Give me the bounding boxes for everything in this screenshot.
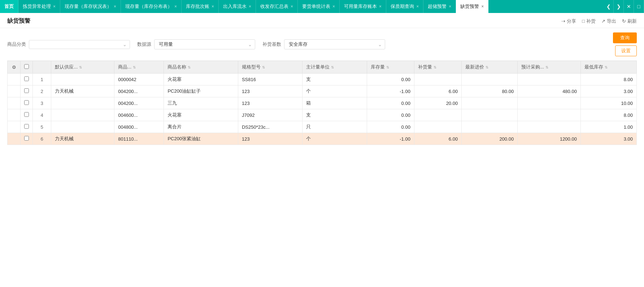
- tab-batch[interactable]: 库存批次账 ×: [182, 0, 219, 13]
- tab-stock1-close[interactable]: ×: [114, 4, 116, 9]
- row-unit: 个: [302, 85, 367, 97]
- th-min-stock-label: 最低库存: [584, 64, 603, 70]
- th-code[interactable]: 商品... ⇅: [114, 61, 164, 74]
- th-spec-label: 规格型号: [242, 64, 261, 70]
- tab-pick[interactable]: 拣货异常处理 ×: [18, 0, 60, 13]
- settings-button[interactable]: 设置: [615, 45, 637, 56]
- tab-batch-close[interactable]: ×: [212, 4, 214, 9]
- refresh-icon: ↻: [622, 18, 626, 24]
- page-title: 缺货预警: [7, 17, 30, 25]
- row-code: 0000042: [114, 74, 164, 85]
- restock-button[interactable]: □ 补货: [582, 18, 596, 25]
- row-min-stock: 10.00: [580, 97, 636, 109]
- tab-prev-button[interactable]: ❮: [604, 0, 614, 13]
- row-unit: 个: [302, 133, 367, 145]
- category-chevron-icon: ⌄: [123, 42, 127, 47]
- restock-base-select[interactable]: 安全库存 ⌄: [284, 39, 385, 49]
- tab-overstock[interactable]: 超储预警 ×: [423, 0, 456, 13]
- tab-expiry-close[interactable]: ×: [416, 4, 419, 9]
- row-unit: 支: [302, 109, 367, 121]
- th-latest-price[interactable]: 最新进价 ⇅: [462, 61, 518, 74]
- row-stock: -1.00: [367, 133, 414, 145]
- th-restock[interactable]: 补货量 ⇅: [414, 61, 461, 74]
- row-checkbox[interactable]: [24, 100, 29, 105]
- row-latest-price: [462, 121, 518, 133]
- tab-stock2[interactable]: 现存量（库存分布表） ×: [121, 0, 182, 13]
- row-spec: 123: [238, 97, 302, 109]
- row-checkbox[interactable]: [24, 124, 29, 129]
- tab-available-close[interactable]: ×: [379, 4, 382, 9]
- tab-available[interactable]: 可用量库存账本 ×: [340, 0, 386, 13]
- tab-expiry[interactable]: 保质期查询 ×: [386, 0, 423, 13]
- restock-base-chevron-icon: ⌄: [378, 42, 382, 47]
- row-restock: 6.00: [414, 133, 461, 145]
- th-checkbox[interactable]: [21, 61, 33, 74]
- row-unit: 支: [302, 74, 367, 85]
- tab-overstock-close[interactable]: ×: [449, 4, 451, 9]
- query-button[interactable]: 查询: [613, 32, 637, 43]
- row-latest-price: [462, 74, 518, 85]
- row-checkbox-cell[interactable]: [21, 97, 33, 109]
- tab-home[interactable]: 首页: [0, 0, 18, 13]
- tab-expiry-label: 保质期查询: [391, 3, 414, 10]
- row-checkbox-cell[interactable]: [21, 109, 33, 121]
- row-checkbox[interactable]: [24, 88, 29, 93]
- restock-sort-icon: ⇅: [434, 65, 436, 69]
- row-min-stock: 3.00: [580, 85, 636, 97]
- restock-base-filter-group: 补货基数 安全库存 ⌄: [262, 39, 385, 49]
- th-spec[interactable]: 规格型号 ⇅: [238, 61, 302, 74]
- row-checkbox-cell[interactable]: [21, 74, 33, 85]
- th-est-purchase[interactable]: 预计采购... ⇅: [518, 61, 581, 74]
- tab-shortage[interactable]: 缺货预警 ×: [456, 0, 488, 13]
- row-checkbox[interactable]: [24, 136, 29, 141]
- tab-restore-button[interactable]: □: [634, 0, 644, 13]
- datasource-select[interactable]: 可用量 ⌄: [154, 39, 255, 49]
- tab-shortage-close[interactable]: ×: [481, 4, 484, 9]
- share-label: 分享: [567, 18, 576, 25]
- category-select[interactable]: ⌄: [29, 40, 130, 49]
- export-button[interactable]: ↗ 导出: [601, 18, 616, 25]
- tab-stock1-label: 现存量（库存状况表）: [65, 3, 112, 10]
- tab-next-button[interactable]: ❯: [614, 0, 624, 13]
- th-settings[interactable]: ⚙: [8, 61, 21, 74]
- tab-summary-close[interactable]: ×: [291, 4, 293, 9]
- tab-maximize-button[interactable]: ✕: [624, 0, 634, 13]
- tab-summary[interactable]: 收发存汇总表 ×: [256, 0, 298, 13]
- row-code: 004800...: [114, 121, 164, 133]
- main-content: 缺货预警 ⇢ 分享 □ 补货 ↗ 导出 ↻ 刷新 商品分类: [0, 13, 644, 287]
- th-min-stock[interactable]: 最低库存 ⇅: [580, 61, 636, 74]
- tab-pick-close[interactable]: ×: [53, 4, 56, 9]
- refresh-button[interactable]: ↻ 刷新: [622, 18, 637, 25]
- th-unit[interactable]: 主计量单位 ⇅: [302, 61, 367, 74]
- tab-summary-label: 收发存汇总表: [260, 3, 288, 10]
- page-header: 缺货预警 ⇢ 分享 □ 补货 ↗ 导出 ↻ 刷新: [0, 13, 644, 28]
- th-stock[interactable]: 库存量 ⇅: [367, 61, 414, 74]
- row-min-stock: 8.00: [580, 74, 636, 85]
- row-checkbox[interactable]: [24, 76, 29, 81]
- th-supplier[interactable]: 默认供应... ⇅: [51, 61, 114, 74]
- row-checkbox-cell[interactable]: [21, 133, 33, 145]
- th-name[interactable]: 商品名称 ⇅: [164, 61, 238, 74]
- select-all-checkbox[interactable]: [24, 64, 29, 69]
- row-checkbox[interactable]: [24, 112, 29, 117]
- row-checkbox-cell[interactable]: [21, 85, 33, 97]
- min-stock-sort-icon: ⇅: [605, 65, 608, 69]
- row-index: 2: [33, 85, 51, 97]
- tab-stock1[interactable]: 现存量（库存状况表） ×: [60, 0, 121, 13]
- row-checkbox-cell[interactable]: [21, 121, 33, 133]
- tab-stock2-close[interactable]: ×: [174, 4, 177, 9]
- share-button[interactable]: ⇢ 分享: [561, 18, 576, 25]
- tab-order-close[interactable]: ×: [332, 4, 335, 9]
- tab-flow-close[interactable]: ×: [249, 4, 251, 9]
- category-label: 商品分类: [7, 41, 26, 48]
- row-index: 4: [33, 109, 51, 121]
- export-label: 导出: [607, 18, 616, 25]
- tab-order[interactable]: 要货单统计表 ×: [298, 0, 340, 13]
- row-spec: 123: [238, 133, 302, 145]
- tab-flow[interactable]: 出入库流水 ×: [219, 0, 256, 13]
- row-settings-cell: [8, 109, 21, 121]
- row-stock: 0.00: [367, 109, 414, 121]
- unit-sort-icon: ⇅: [331, 65, 334, 69]
- tab-flow-label: 出入库流水: [223, 3, 247, 10]
- supplier-sort-icon: ⇅: [79, 65, 82, 69]
